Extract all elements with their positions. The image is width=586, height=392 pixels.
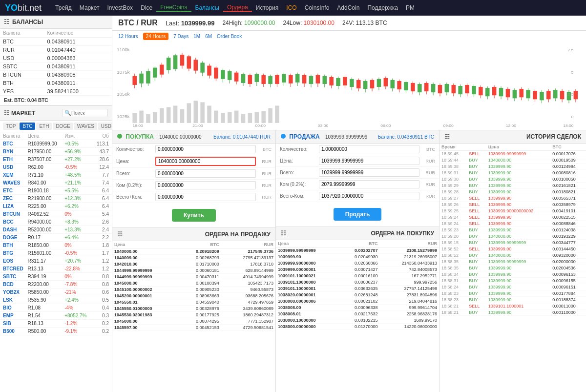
svg-rect-67 (268, 76, 272, 84)
market-row[interactable]: DASHR52000.00+13.3%2.4 (0, 226, 112, 234)
market-tab-btc[interactable]: BTC (20, 123, 35, 130)
tf-order-book[interactable]: Order Book (217, 34, 242, 39)
order-sell-row[interactable]: 1040000.000.20918209217549.3736 (112, 248, 275, 255)
nav-dice[interactable]: Dice (137, 4, 156, 11)
market-change: +20.7% (64, 258, 89, 264)
market-row[interactable]: ETHR37507.00+27.2%28.6 (0, 156, 112, 164)
market-row[interactable]: BTCREDR13.13-22.8%1.2 (0, 265, 112, 273)
nav-traid[interactable]: Трейд (51, 4, 76, 11)
sell-input-1[interactable] (319, 157, 419, 165)
tf-7-days[interactable]: 7 Days (173, 34, 188, 39)
tf-1m[interactable]: 1M (193, 34, 200, 39)
order-buy-row[interactable]: 1038008.000.00096338999.99614704 (276, 305, 439, 311)
nav-coinsinfo[interactable]: CoinsInfo (301, 4, 334, 11)
buy-input-3[interactable] (155, 181, 256, 189)
market-row[interactable]: BTHR1850.000%1.8 (0, 242, 112, 249)
market-row[interactable]: YOB2XR5850.00-21%0.6 (0, 289, 112, 296)
market-vol: 6.4 (89, 188, 109, 193)
order-buy-row[interactable]: 1039999.999999990.002027072108.15279999 (276, 248, 439, 254)
order-sell-row[interactable]: 1045550.010000000.003289763439.60860089 (112, 306, 275, 312)
order-sell-row[interactable]: 1040009.000.002687932795.47139137 (112, 255, 275, 261)
nav-freecoins[interactable]: FreeCoins (156, 4, 191, 12)
market-row[interactable]: BTCUNR4062.520%5.4 (0, 210, 112, 218)
buy-input-2[interactable] (155, 169, 256, 178)
nav-ico[interactable]: ICO (282, 4, 300, 11)
market-row[interactable]: BIOR1.08-4%0.4 (0, 304, 112, 312)
nav-balances[interactable]: Балансы (191, 4, 223, 11)
sell-input-4[interactable] (319, 192, 419, 200)
market-row[interactable]: EOSR311.17+20.7%1.2 (0, 257, 112, 265)
market-row[interactable]: XEMR71.10+48.5%7.7 (0, 171, 112, 179)
nav-support[interactable]: Поддержка (363, 4, 402, 11)
order-buy-row[interactable]: 1039101.100000010.0363363537757.14125498 (276, 286, 439, 292)
order-sell-row[interactable]: 1045200.000000010.0896366393688.205676 (112, 293, 275, 299)
market-row[interactable]: ETCR1900.18+5.5%6.4 (0, 187, 112, 195)
order-sell-row[interactable]: 1045100.000000020.009052309460.55873 (112, 287, 275, 293)
sell-input-2[interactable] (319, 168, 419, 177)
order-sell-row[interactable]: 1045000.000.000742957771.152987 (112, 318, 275, 325)
orders-sell-header: ☷ ОРДЕРА НА ПРОДАЖУ (112, 227, 275, 241)
buy-input-1[interactable] (155, 157, 256, 166)
nav-investbox[interactable]: InvestBox (103, 4, 137, 11)
search-input[interactable] (71, 110, 105, 116)
order-sell-row[interactable]: 1045550.010.045590404729.497659 (112, 299, 275, 306)
market-row[interactable]: BCDR2200.00-7.8%0.8 (0, 281, 112, 289)
market-row[interactable]: WAVESR840.00+21.1%7.4 (0, 179, 112, 187)
buy-unit-3: RUR (257, 183, 272, 188)
tf-6m[interactable]: 6M (205, 34, 212, 39)
market-tab-doge[interactable]: DOGE (53, 123, 73, 130)
chart-header: BTC / RUR Last: 1039999.99 24High: 10900… (112, 16, 586, 31)
market-row[interactable]: ZECR21900.00+12.3%6.4 (0, 195, 112, 203)
market-row[interactable]: BYNR17950.00+56.9%43.7 (0, 148, 112, 156)
market-row[interactable]: BCCR94000.00+8.3%2.6 (0, 218, 112, 226)
sell-header-text: ПРОДАЖА 1039999.99999999 (281, 133, 367, 140)
h-time: 18:58:23 (440, 290, 467, 297)
buy-input-0[interactable] (155, 145, 256, 153)
market-row[interactable]: USDR62.00-0.5%12.4 (0, 164, 112, 171)
order-buy-row[interactable]: 1038008.000000060.00021102219.04044816 (276, 298, 439, 305)
order-buy-row[interactable]: 1039101.100000210.00016100167.2952771 (276, 273, 439, 279)
market-tab-top[interactable]: TOP (3, 123, 19, 130)
nav-orders[interactable]: Ордера (223, 4, 252, 12)
market-search-box[interactable]: 🔍 (62, 109, 108, 117)
order-sell-row[interactable]: 1045597.000.004521534729.50681541 (112, 325, 275, 331)
tf-12-hours[interactable]: 12 Hours (118, 34, 138, 39)
order-sell-row[interactable]: 1042010.000.0171000017818.3710 (112, 261, 275, 268)
nav-addcoin[interactable]: AddCoin (333, 4, 363, 11)
sell-button[interactable]: Продать (334, 208, 382, 221)
nav-history[interactable]: История (252, 4, 283, 11)
order-sell-row[interactable]: 1045530.020019830.001779251860.29487312 (112, 312, 275, 318)
order-buy-row[interactable]: 1039999.900.0204993021319.26995007 (276, 254, 439, 260)
market-row[interactable]: LIZAR225.00+6.2%6.4 (0, 203, 112, 210)
order-buy-row[interactable]: 1038000.000000000.0137000014220.06000000 (276, 324, 439, 330)
market-row[interactable]: SBTCR394.190%0.8 (0, 273, 112, 281)
market-row[interactable]: SIBR18.13-1.2%0.2 (0, 320, 112, 328)
order-buy-row[interactable]: 1038020.000000010.0268124827831.8904896 (276, 292, 439, 298)
order-sell-row[interactable]: 1044999.999999990.004703114914.74994999 (112, 274, 275, 280)
buy-input-4[interactable] (155, 193, 256, 201)
order-sell-row[interactable]: 1044999.999999990.00060181628.89144999 (112, 268, 275, 274)
sell-input-3[interactable] (319, 180, 419, 188)
nav-pm[interactable]: PM (402, 4, 419, 11)
market-tab-waves[interactable]: WAVES (74, 123, 97, 130)
market-row[interactable]: BTCR1039999.00+0.5%113.1 (0, 140, 112, 148)
logo[interactable]: YObit.net (5, 3, 42, 13)
order-buy-row[interactable]: 1039999.000000010.00071427742.84008573 (276, 267, 439, 273)
market-row[interactable]: B500R500.00-9.1%0.2 (0, 328, 112, 335)
order-buy-row[interactable]: 1039101.100000000.00006237999.997256 (276, 279, 439, 286)
sell-unit-3: RUR (420, 182, 435, 187)
sell-input-0[interactable] (319, 145, 419, 153)
order-buy-row[interactable]: 1038000.100000000.001022151609.99170 (276, 317, 439, 324)
market-row[interactable]: DOGER0.17+6.4%2.2 (0, 234, 112, 242)
market-row[interactable]: BTGR15601.00-0.5%1.7 (0, 249, 112, 257)
tf-24-hours[interactable]: 24 Hours (143, 33, 169, 40)
order-buy-row[interactable]: 1038008.010.002176322258.96828176 (276, 311, 439, 317)
market-row[interactable]: EMPR1.54+8052.7%0.3 (0, 312, 112, 320)
market-tab-eth[interactable]: ETH (36, 123, 52, 130)
market-row[interactable]: LSKR535.90+2.4%0.5 (0, 296, 112, 304)
buy-button[interactable]: Купить (172, 209, 216, 222)
order-sell-row[interactable]: 1045000.000.00108394105423.7173 (112, 280, 275, 287)
market-tab-usd[interactable]: USD (98, 123, 112, 130)
nav-market[interactable]: Маркет (76, 4, 104, 11)
order-buy-row[interactable]: 1039999.900000000.02060866214350.0443391… (276, 260, 439, 267)
